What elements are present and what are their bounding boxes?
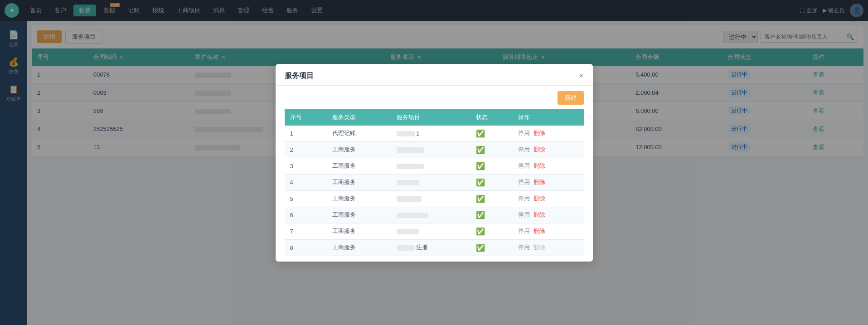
list-item: 1 代理记账 1 ✅ 停用 删除 (285, 126, 584, 142)
modal-cell-seq: 6 (285, 207, 327, 223)
modal-cell-seq: 5 (285, 190, 327, 207)
modal-cell-seq: 1 (285, 126, 327, 142)
modal-new-button[interactable]: 新建 (558, 91, 584, 105)
modal-cell-item (391, 158, 470, 174)
list-item: 2 工商服务 ✅ 停用 删除 (285, 141, 584, 158)
delete-button[interactable]: 删除 (533, 162, 545, 169)
delete-button[interactable]: 删除 (533, 195, 545, 202)
modal-cell-type: 工商服务 (327, 158, 391, 174)
modal-header: 服务项目 × (276, 64, 593, 86)
modal-cell-item (391, 207, 470, 223)
modal-cell-item (391, 190, 470, 207)
stop-button[interactable]: 停用 (518, 130, 530, 136)
modal-cell-seq: 2 (285, 141, 327, 158)
modal-cell-seq: 4 (285, 174, 327, 190)
modal-cell-item: 1 (391, 126, 470, 142)
modal-toolbar: 新建 (285, 91, 584, 105)
modal-table-body: 1 代理记账 1 ✅ 停用 删除 2 工商服务 ✅ (285, 126, 584, 256)
modal-cell-action: 停用 删除 (513, 126, 583, 142)
service-items-modal: 服务项目 × 新建 序号 服务类型 服务项目 状态 操作 (276, 64, 593, 262)
modal-cell-action: 停用 删除 (513, 223, 583, 239)
modal-cell-status: ✅ (470, 141, 513, 158)
list-item: 6 工商服务 ✅ 停用 删除 (285, 207, 584, 223)
stop-button[interactable]: 停用 (518, 211, 530, 218)
modal-cell-item (391, 141, 470, 158)
modal-close-button[interactable]: × (579, 72, 584, 80)
list-item: 3 工商服务 ✅ 停用 删除 (285, 158, 584, 174)
delete-button[interactable]: 删除 (533, 130, 545, 136)
modal-col-type: 服务类型 (327, 109, 391, 126)
modal-col-status: 状态 (470, 109, 513, 126)
modal-cell-action: 停用 删除 (513, 141, 583, 158)
modal-overlay[interactable]: 服务项目 × 新建 序号 服务类型 服务项目 状态 操作 (0, 0, 868, 325)
modal-cell-type: 工商服务 (327, 141, 391, 158)
modal-cell-status: ✅ (470, 158, 513, 174)
modal-cell-type: 工商服务 (327, 190, 391, 207)
stop-button[interactable]: 停用 (518, 179, 530, 185)
modal-cell-action: 停用 删除 (513, 174, 583, 190)
stop-button[interactable]: 停用 (518, 162, 530, 169)
modal-cell-seq: 8 (285, 239, 327, 256)
stop-button[interactable]: 停用 (518, 146, 530, 153)
modal-cell-action: 停用 删除 (513, 158, 583, 174)
list-item: 4 工商服务 ✅ 停用 删除 (285, 174, 584, 190)
modal-cell-item: 注册 (391, 239, 470, 256)
modal-cell-type: 工商服务 (327, 174, 391, 190)
delete-button[interactable]: 删除 (533, 244, 545, 251)
stop-button[interactable]: 停用 (518, 228, 530, 234)
modal-cell-status: ✅ (470, 223, 513, 239)
modal-cell-type: 工商服务 (327, 223, 391, 239)
modal-cell-action: 停用 删除 (513, 239, 583, 256)
list-item: 8 工商服务 注册 ✅ 停用 删除 (285, 239, 584, 256)
delete-button[interactable]: 删除 (533, 146, 545, 153)
delete-button[interactable]: 删除 (533, 211, 545, 218)
list-item: 5 工商服务 ✅ 停用 删除 (285, 190, 584, 207)
modal-cell-status: ✅ (470, 239, 513, 256)
service-items-table: 序号 服务类型 服务项目 状态 操作 1 代理记账 1 ✅ 停用 (285, 109, 584, 256)
delete-button[interactable]: 删除 (533, 179, 545, 185)
modal-cell-status: ✅ (470, 207, 513, 223)
list-item: 7 工商服务 ✅ 停用 删除 (285, 223, 584, 239)
modal-cell-seq: 3 (285, 158, 327, 174)
modal-table-header: 序号 服务类型 服务项目 状态 操作 (285, 109, 584, 126)
stop-button[interactable]: 停用 (518, 244, 530, 251)
modal-cell-status: ✅ (470, 126, 513, 142)
modal-cell-type: 工商服务 (327, 207, 391, 223)
modal-cell-action: 停用 删除 (513, 190, 583, 207)
modal-cell-item (391, 223, 470, 239)
delete-button[interactable]: 删除 (533, 228, 545, 234)
modal-cell-type: 工商服务 (327, 239, 391, 256)
modal-cell-type: 代理记账 (327, 126, 391, 142)
modal-col-action: 操作 (513, 109, 583, 126)
modal-title: 服务项目 (285, 71, 314, 81)
stop-button[interactable]: 停用 (518, 195, 530, 202)
modal-cell-status: ✅ (470, 190, 513, 207)
modal-cell-status: ✅ (470, 174, 513, 190)
modal-col-seq: 序号 (285, 109, 327, 126)
modal-cell-seq: 7 (285, 223, 327, 239)
modal-cell-action: 停用 删除 (513, 207, 583, 223)
modal-col-item: 服务项目 (391, 109, 470, 126)
modal-body: 新建 序号 服务类型 服务项目 状态 操作 1 代理记账 (276, 86, 593, 262)
modal-cell-item (391, 174, 470, 190)
